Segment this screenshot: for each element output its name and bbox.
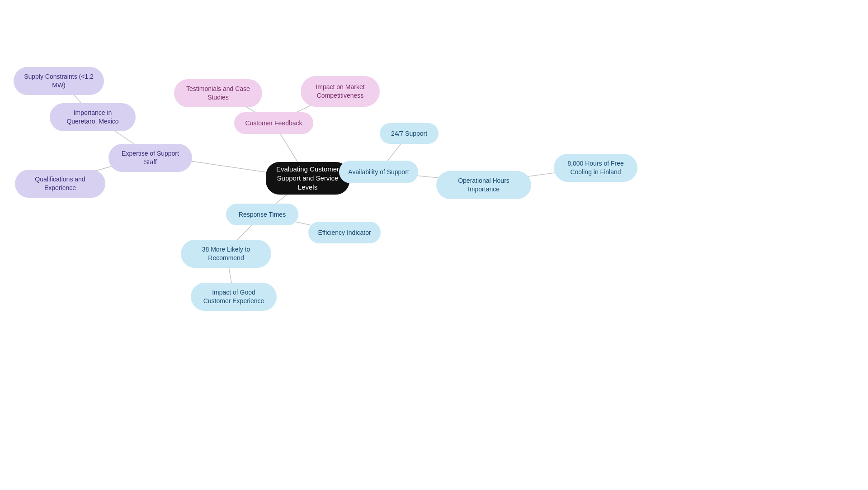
availability-support-node[interactable]: Availability of Support xyxy=(339,161,418,183)
customer-feedback-node[interactable]: Customer Feedback xyxy=(234,112,313,134)
expertise-support-staff-node[interactable]: Expertise of Support Staff xyxy=(108,144,192,172)
free-cooling-node[interactable]: 8,000 Hours of Free Cooling in Finland xyxy=(554,154,637,182)
supply-constraints-node[interactable]: Supply Constraints (<1.2 MW) xyxy=(14,67,104,95)
center-node[interactable]: Evaluating Customer Support and Service … xyxy=(266,162,349,195)
testimonials-node[interactable]: Testimonials and Case Studies xyxy=(174,79,262,107)
response-times-node[interactable]: Response Times xyxy=(226,204,298,225)
efficiency-indicator-node[interactable]: Efficiency Indicator xyxy=(308,222,381,243)
importance-queretaro-node[interactable]: Importance in Queretaro, Mexico xyxy=(50,103,136,131)
more-likely-recommend-node[interactable]: 38 More Likely to Recommend xyxy=(181,240,271,268)
operational-hours-node[interactable]: Operational Hours Importance xyxy=(436,171,531,199)
impact-market-node[interactable]: Impact on Market Competitiveness xyxy=(301,76,380,107)
qualifications-experience-node[interactable]: Qualifications and Experience xyxy=(15,170,105,198)
impact-good-experience-node[interactable]: Impact of Good Customer Experience xyxy=(191,283,277,311)
support-247-node[interactable]: 24/7 Support xyxy=(380,123,439,144)
